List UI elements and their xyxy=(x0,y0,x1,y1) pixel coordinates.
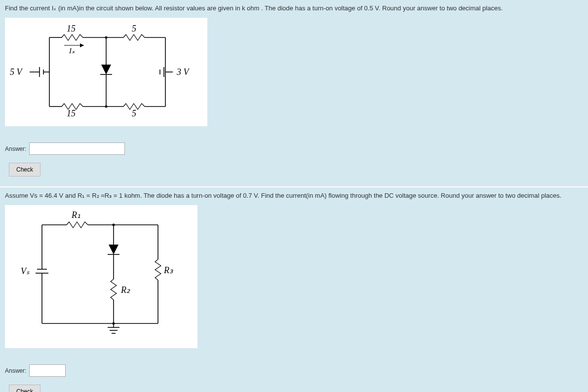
problem-1: Find the current Iₓ (in mA)in the circui… xyxy=(0,0,588,187)
check-button-1[interactable]: Check xyxy=(9,163,40,177)
answer-label-1: Answer: xyxy=(5,145,26,152)
circuit-diagram-1: 5 V 15 Iₓ 5 15 xyxy=(5,18,207,126)
svg-marker-9 xyxy=(80,43,84,47)
label-r1: R₁ xyxy=(71,210,80,220)
answer-row-1: Answer: xyxy=(5,143,583,155)
answer-input-1[interactable] xyxy=(29,143,125,155)
svg-marker-19 xyxy=(101,65,111,74)
label-r15-top: 15 xyxy=(67,24,76,34)
problem-2: Assume Vs = 46.4 V and R₁ = R₂ =R₃ = 1 k… xyxy=(0,187,588,392)
answer-input-2[interactable] xyxy=(29,364,66,377)
circuit-diagram-2: Vₛ R₁ R₂ R₃ xyxy=(5,205,197,348)
label-5v-left: 5 V xyxy=(10,67,23,77)
check-button-2[interactable]: Check xyxy=(9,385,40,392)
svg-point-47 xyxy=(113,322,115,325)
label-r3: R₃ xyxy=(163,265,173,275)
answer-label-2: Answer: xyxy=(5,367,26,374)
question-text-2: Assume Vs = 46.4 V and R₁ = R₂ =R₃ = 1 k… xyxy=(5,191,583,200)
label-r15-bot: 15 xyxy=(67,108,76,118)
label-r5-top: 5 xyxy=(132,24,136,34)
label-3v-right: 3 V xyxy=(176,67,190,77)
question-text-1: Find the current Iₓ (in mA)in the circui… xyxy=(5,4,583,13)
label-ix: Iₓ xyxy=(69,47,75,55)
label-r2: R₂ xyxy=(120,285,130,295)
svg-marker-36 xyxy=(109,245,118,254)
label-r5-bot: 5 xyxy=(132,108,136,118)
answer-row-2: Answer: xyxy=(5,364,583,377)
label-vs: Vₛ xyxy=(21,266,30,276)
